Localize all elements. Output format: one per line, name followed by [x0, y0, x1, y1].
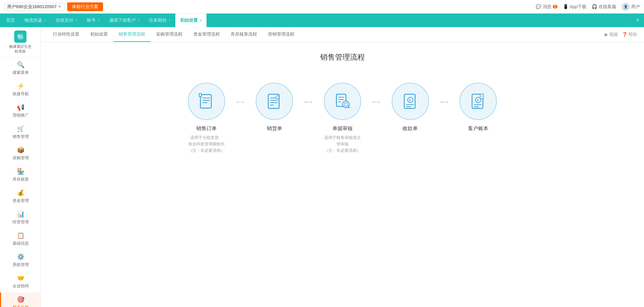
flow-diagram: 销售订单适用于分批发货、 有合同发货周期较长 （注：非必要流程）--→ ✓ 销货… — [54, 83, 630, 154]
svg-line-18 — [348, 106, 349, 108]
sub-tab-资金管理流程[interactable]: 资金管理流程 — [188, 27, 225, 42]
window-close-button[interactable]: × — [633, 17, 643, 23]
quick-icon: ⚡ — [17, 82, 24, 90]
top-header: 用户690企业1660120507 ▼ 体验行业方案 💬 消息 6 📱 App下… — [0, 0, 644, 14]
flow-arrow-0: --→ — [234, 98, 247, 106]
system-icon: ⚙️ — [17, 253, 24, 261]
nav-tab-close-icon[interactable]: × — [200, 19, 202, 22]
sidebar-item-sales[interactable]: 🛒 销售管理 — [0, 122, 40, 143]
search-icon: 🔍 — [17, 61, 24, 68]
sub-tab-行业特性设置[interactable]: 行业特性设置 — [47, 27, 85, 42]
nav-tab-label: 往来期初 — [149, 17, 167, 23]
flow-step-customer-ledger[interactable]: ¥ 客户账本 — [451, 83, 505, 135]
headset-icon: 🎧 — [592, 4, 597, 9]
nav-tabs: 首页物流快递×在线支付×账号×邀请下游客户×往来期初×初始设置× × — [0, 14, 644, 27]
svg-text:¥: ¥ — [476, 98, 479, 102]
video-label: 视频 — [609, 32, 618, 38]
sidebar-item-quick[interactable]: ⚡ 快捷导航 — [0, 79, 40, 100]
nav-tab-close-icon[interactable]: × — [138, 19, 140, 22]
flow-circle-receipt: ¥ — [392, 83, 429, 120]
sub-tab-营销管理流程[interactable]: 营销管理流程 — [262, 27, 300, 42]
sidebar-item-enterprise-collab[interactable]: 🤝 企业协同 — [0, 271, 40, 292]
sidebar-item-marketing-promo[interactable]: 📢 营销推广 — [0, 100, 40, 122]
flow-arrow-3: --→ — [437, 98, 451, 106]
sidebar-item-label: 搜索菜单 — [13, 70, 29, 76]
sidebar-item-inventory[interactable]: 🏪 库存核算 — [0, 164, 40, 186]
nav-tab-在线支付[interactable]: 在线支付× — [51, 14, 82, 27]
nav-tab-close-icon[interactable]: × — [98, 19, 100, 22]
sub-tab-采购管理流程[interactable]: 采购管理流程 — [151, 27, 188, 42]
flow-step-name-doc-review: 单据审核 — [332, 125, 353, 132]
sidebar-item-label: 基础信息 — [13, 241, 29, 246]
flow-step-receipt[interactable]: ¥ 收款单 — [383, 83, 437, 135]
svg-rect-4 — [199, 94, 201, 97]
nav-tab-label: 在线支付 — [56, 17, 73, 23]
video-link[interactable]: ▶ 视频 — [605, 32, 618, 38]
nav-tab-close-icon[interactable]: × — [44, 19, 46, 22]
sidebar-item-label: 资金管理 — [13, 198, 29, 204]
flow-step-name-sales-invoice: 销货单 — [267, 125, 282, 132]
nav-tab-label: 首页 — [6, 17, 15, 23]
sidebar-item-newbie[interactable]: 🎯 新手引导 — [0, 292, 40, 307]
nav-tab-close-icon[interactable]: × — [169, 19, 171, 22]
operations-icon: 📊 — [17, 210, 24, 218]
svg-text:¥: ¥ — [409, 98, 411, 102]
flow-step-doc-review[interactable]: 单据审核适用于财务审核或主 管审核 （注：非必要流程） — [315, 83, 370, 154]
enterprise-collab-icon: 🤝 — [17, 274, 24, 282]
flow-step-name-receipt: 收款单 — [403, 125, 418, 132]
sidebar-item-label: 营销推广 — [13, 112, 29, 118]
sub-tabs: 行业特性设置初始设置销售管理流程采购管理流程资金管理流程库存核算流程营销管理流程… — [41, 27, 644, 42]
flow-step-sales-invoice[interactable]: ✓ 销货单 — [247, 83, 301, 135]
trial-button[interactable]: 体验行业方案 — [67, 2, 103, 11]
nav-tab-邀请下游客户[interactable]: 邀请下游客户× — [104, 14, 144, 27]
nav-tab-首页[interactable]: 首页 — [1, 14, 20, 27]
sidebar-item-operations[interactable]: 📊 经营管理 — [0, 207, 40, 228]
finance-icon: 💰 — [17, 189, 24, 197]
page-title: 销售管理流程 — [54, 52, 630, 62]
sidebar-item-system[interactable]: ⚙️ 系统管理 — [0, 250, 40, 271]
nav-tab-账号[interactable]: 账号× — [82, 14, 104, 27]
sidebar-item-label: 系统管理 — [13, 262, 29, 268]
flow-step-sales-order[interactable]: 销售订单适用于分批发货、 有合同发货周期较长 （注：非必要流程） — [179, 83, 234, 154]
help-link[interactable]: ❓ 帮助 — [622, 32, 637, 38]
nav-tab-label: 物流快递 — [24, 17, 42, 23]
sidebar-item-search[interactable]: 🔍 搜索菜单 — [0, 58, 40, 79]
main-layout: 畅 畅康通好生意标准版 🔍 搜索菜单⚡ 快捷导航📢 营销推广🛒 销售管理📦 采购… — [0, 27, 644, 307]
svg-rect-29 — [480, 94, 484, 99]
online-service-item[interactable]: 🎧 在线客服 — [592, 4, 616, 10]
nav-tab-往来期初[interactable]: 往来期初× — [144, 14, 175, 27]
sub-tab-初始设置[interactable]: 初始设置 — [85, 27, 113, 42]
online-service-label: 在线客服 — [599, 4, 616, 10]
flow-circle-customer-ledger: ¥ — [460, 83, 497, 120]
sidebar-item-finance[interactable]: 💰 资金管理 — [0, 186, 40, 207]
sidebar-item-basic-info[interactable]: 📋 基础信息 — [0, 228, 40, 250]
message-item[interactable]: 💬 消息 6 — [536, 4, 558, 10]
phone-icon: 📱 — [563, 4, 568, 9]
nav-tab-初始设置[interactable]: 初始设置× — [175, 14, 207, 27]
app-download-item[interactable]: 📱 App下载 — [563, 4, 586, 10]
nav-tab-label: 邀请下游客户 — [109, 17, 136, 23]
flow-circle-doc-review — [324, 83, 361, 120]
header-right: 💬 消息 6 📱 App下载 🎧 在线客服 👤 用户 — [536, 3, 640, 11]
nav-tab-close-icon[interactable]: × — [75, 19, 77, 22]
flow-circle-sales-order — [188, 83, 225, 120]
flow-step-desc-sales-order: 适用于分批发货、 有合同发货周期较长 （注：非必要流程） — [188, 135, 225, 154]
sidebar-item-label: 库存核算 — [13, 177, 29, 182]
question-icon: ❓ — [622, 32, 627, 37]
sidebar-item-purchase[interactable]: 📦 采购管理 — [0, 143, 40, 164]
nav-tab-物流快递[interactable]: 物流快递× — [20, 14, 51, 27]
user-avatar-item[interactable]: 👤 用户 — [622, 3, 640, 11]
sidebar-item-label: 快捷导航 — [13, 91, 29, 97]
inventory-icon: 🏪 — [17, 168, 24, 175]
header-left: 用户690企业1660120507 ▼ 体验行业方案 — [4, 2, 103, 11]
newbie-icon: 🎯 — [17, 296, 24, 303]
flow-step-desc-doc-review: 适用于财务审核或主 管审核 （注：非必要流程） — [324, 135, 361, 154]
message-badge: 6 — [553, 5, 558, 8]
sub-tabs-right: ▶ 视频 ❓ 帮助 — [605, 32, 637, 38]
user-selector[interactable]: 用户690企业1660120507 ▼ — [4, 3, 64, 11]
sub-tab-销售管理流程[interactable]: 销售管理流程 — [113, 27, 151, 42]
nav-tab-label: 初始设置 — [180, 17, 198, 23]
sub-tab-库存核算流程[interactable]: 库存核算流程 — [225, 27, 262, 42]
marketing-promo-icon: 📢 — [17, 104, 24, 111]
sidebar: 畅 畅康通好生意标准版 🔍 搜索菜单⚡ 快捷导航📢 营销推广🛒 销售管理📦 采购… — [0, 27, 41, 307]
